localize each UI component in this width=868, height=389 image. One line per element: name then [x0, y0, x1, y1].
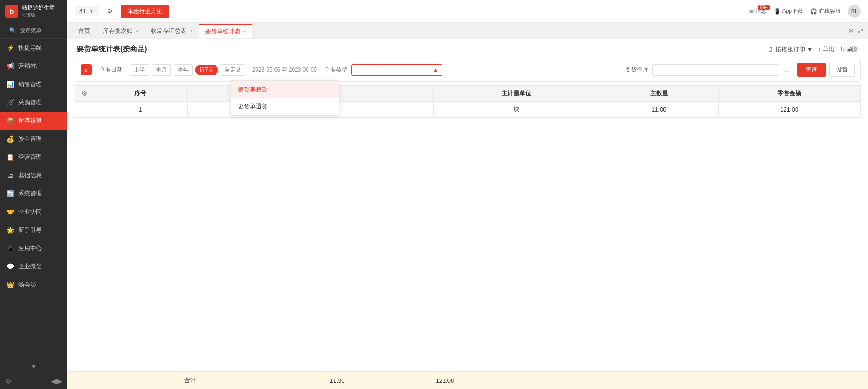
nav-label: 新手引导 [18, 226, 42, 234]
warehouse-filter-label: 要货仓库 [625, 66, 649, 74]
online-service-button[interactable]: 🎧 在线客服 [810, 7, 841, 15]
col-index: 序号 [93, 86, 188, 102]
tab-home[interactable]: 首页 [72, 24, 97, 38]
shop-dropdown-arrow: ▼ [88, 8, 94, 15]
sidebar-item-quick-nav[interactable]: ⚡ 快捷导航 [0, 39, 67, 57]
refresh-icon: ↻ [840, 46, 845, 53]
tabbar: 首页 库存批次账 × 收发存汇总表 × 要货单统计表 × ✕ ⤢ [67, 23, 868, 39]
export-icon: ↑ [818, 46, 822, 53]
sidebar-item-enterprise[interactable]: 🤝 企业协同 [0, 203, 67, 221]
sidebar-item-operations[interactable]: 📋 经营管理 [0, 148, 67, 166]
marketing-icon: 📢 [5, 61, 15, 71]
column-settings-icon[interactable]: ⚙ [81, 90, 87, 97]
filter-expand-button[interactable]: » [81, 64, 92, 75]
nav-label: 系统管理 [18, 189, 42, 198]
tab-receivable-summary-close[interactable]: × [189, 28, 192, 34]
sidebar-nav: ⚡ 快捷导航 📢 营销推广 📊 销售管理 🛒 采购管理 📦 库存核算 💰 资金管… [0, 39, 67, 360]
sidebar-item-sales[interactable]: 📊 销售管理 [0, 75, 67, 93]
topbar-right: ✉ 消息 99+ 📱 App下载 🎧 在线客服 Rit [749, 5, 861, 18]
type-filter-label: 单据类型 [324, 66, 348, 74]
app-download-button[interactable]: 📱 App下载 [774, 7, 803, 15]
messages-button[interactable]: ✉ 消息 99+ [749, 7, 766, 15]
row-settings-cell [75, 102, 93, 118]
nav-label: 营销推广 [18, 62, 42, 70]
date-custom[interactable]: 自定义 [221, 64, 245, 76]
sidebar-item-system[interactable]: 🔄 系统管理 [0, 184, 67, 203]
settings-icon[interactable]: ⚙ [5, 377, 12, 385]
col-settings[interactable]: ⚙ [75, 86, 93, 102]
filter-settings-button[interactable]: 设置 [829, 63, 855, 77]
tab-order-stats[interactable]: 要货单统计表 × [199, 24, 252, 38]
date-filter-label: 单据日期 [99, 66, 123, 74]
row-unit-cell: 块 [433, 102, 600, 118]
refresh-button[interactable]: ↻ 刷新 [840, 46, 859, 54]
topbar-settings-icon[interactable]: ⚙ [103, 5, 116, 18]
date-last-half[interactable]: 上半 [130, 64, 149, 76]
message-icon: ✉ [749, 8, 754, 15]
col-quantity: 主数量 [600, 86, 718, 102]
service-label: 在线客服 [819, 7, 841, 15]
tab-batch-account-close[interactable]: × [135, 28, 138, 34]
apps-icon: 📱 [5, 244, 15, 253]
service-icon: 🎧 [810, 8, 817, 15]
footer-label: 合计 [184, 376, 221, 384]
nav-label: 销售管理 [18, 80, 42, 88]
tabbar-actions: ✕ ⤢ [848, 26, 863, 35]
date-this-month[interactable]: 本月 [152, 64, 171, 76]
filter-row: » 单据日期 上半 本月 本年 近7天 自定义 2023-05-06 至 202… [81, 63, 855, 77]
tab-batch-account[interactable]: 库存批次账 × [97, 24, 144, 38]
nav-label: 企业微信 [18, 262, 42, 271]
maximize-icon[interactable]: ⤢ [858, 26, 863, 35]
sidebar-item-member[interactable]: 👑 畅会员 [0, 276, 67, 294]
sidebar-item-basic[interactable]: 🗂 基础信息 [0, 166, 67, 184]
query-button[interactable]: 查询 [797, 63, 826, 77]
warehouse-input[interactable] [652, 64, 779, 76]
warehouse-more-icon[interactable]: … [783, 66, 790, 74]
nav-label: 采购管理 [18, 98, 42, 107]
collapse-icon[interactable]: ◀▶ [51, 377, 62, 385]
col-unit: 主计量单位 [433, 86, 600, 102]
tab-receivable-summary[interactable]: 收发存汇总表 × [144, 24, 198, 38]
main-content: 41 ▼ ⚙ 体验行业方案 ✉ 消息 99+ 📱 App下载 🎧 在线客服 [67, 0, 868, 389]
user-profile[interactable]: Rit [848, 5, 861, 18]
sidebar-search[interactable]: 🔍 搜索菜单 [0, 23, 67, 39]
sidebar-item-purchase[interactable]: 🛒 采购管理 [0, 93, 67, 112]
topbar-left: 41 ▼ ⚙ 体验行业方案 [75, 5, 749, 18]
table-header-row: ⚙ 序号 商品 主计量单位 主数量 零售金额 [75, 86, 861, 102]
export-button[interactable]: ↑ 导出 [818, 46, 835, 54]
sidebar-item-inventory[interactable]: 📦 库存核算 [0, 112, 67, 130]
trial-button[interactable]: 体验行业方案 [121, 5, 169, 18]
nav-label: 库存核算 [18, 117, 42, 125]
sidebar-item-apps[interactable]: 📱 应用中心 [0, 239, 67, 257]
type-filter-input[interactable]: ▲ [351, 64, 442, 76]
app-download-icon: 📱 [774, 8, 781, 15]
shop-selector[interactable]: 41 ▼ [75, 6, 99, 16]
row-quantity-cell: 11.00 [600, 102, 718, 118]
filter-warehouse: 要货仓库 … [625, 64, 790, 76]
table-row: 1 块 11.00 121.00 [75, 102, 861, 118]
dropdown-option-order-purchase[interactable]: 要货单要货 [231, 81, 339, 98]
sidebar-item-marketing[interactable]: 📢 营销推广 [0, 57, 67, 75]
user-avatar: Rit [848, 5, 861, 18]
print-template-button[interactable]: 🖨 按模板打印 ▼ [768, 46, 813, 54]
dropdown-option-order-return[interactable]: 要货单退货 [231, 98, 339, 115]
date-last-7-days[interactable]: 近7天 [195, 65, 218, 75]
messages-badge: 99+ [758, 5, 770, 10]
sidebar-item-guide[interactable]: 🌟 新手引导 [0, 221, 67, 239]
basic-icon: 🗂 [5, 171, 15, 180]
sidebar-item-finance[interactable]: 💰 资金管理 [0, 130, 67, 148]
guide-icon: 🌟 [5, 225, 15, 235]
tab-order-stats-close[interactable]: × [243, 29, 246, 34]
sidebar-scroll-down[interactable]: ▼ [0, 360, 67, 373]
user-avatar-text: Rit [851, 8, 858, 15]
inventory-icon: 📦 [5, 116, 15, 125]
tab-order-stats-label: 要货单统计表 [205, 27, 241, 36]
date-this-year[interactable]: 本年 [174, 64, 193, 76]
close-all-icon[interactable]: ✕ [848, 26, 854, 35]
sidebar-item-wechat[interactable]: 💬 企业微信 [0, 257, 67, 276]
system-icon: 🔄 [5, 189, 15, 198]
logo-text: 畅捷通好生意 [22, 5, 55, 12]
type-input-arrow: ▲ [432, 67, 438, 73]
nav-label: 企业协同 [18, 208, 42, 216]
topbar: 41 ▼ ⚙ 体验行业方案 ✉ 消息 99+ 📱 App下载 🎧 在线客服 [67, 0, 868, 23]
